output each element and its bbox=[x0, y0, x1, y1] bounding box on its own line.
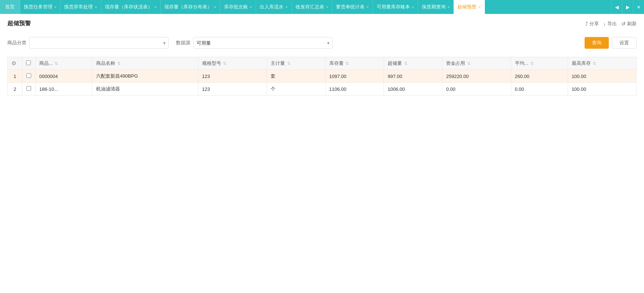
col-unit-label: 主计量 bbox=[271, 60, 285, 66]
cell-capital-2: 0.00 bbox=[442, 83, 511, 96]
settings-button[interactable]: 设置 bbox=[612, 37, 637, 49]
tab-close-11[interactable]: × bbox=[478, 5, 480, 9]
tab-close-5[interactable]: × bbox=[250, 5, 252, 9]
cell-unit-1: 套 bbox=[267, 70, 325, 83]
refresh-icon: ↺ bbox=[621, 21, 626, 27]
tab-close-9[interactable]: × bbox=[412, 5, 414, 9]
col-product-name-header[interactable]: 商品名称 ⇅ bbox=[92, 57, 198, 70]
cell-avg-1: 260.00 bbox=[511, 70, 568, 83]
tab-close-8[interactable]: × bbox=[366, 5, 369, 9]
nav-home-label: 首页 bbox=[5, 4, 15, 10]
cell-overstock-2: 1006.00 bbox=[384, 83, 442, 96]
col-avg-header[interactable]: 平均... ⇅ bbox=[511, 57, 568, 70]
col-capital-label: 资金占用 bbox=[446, 60, 465, 66]
table-header: ⚙ 商品... ⇅ 商品名称 ⇅ 规格型号 ⇅ 主计量 bbox=[8, 57, 637, 70]
nav-tab-7[interactable]: 收发存汇总表 × bbox=[292, 0, 332, 14]
cell-avg-2: 0.00 bbox=[511, 83, 568, 96]
data-source-select-wrapper: 可用量 bbox=[193, 37, 333, 49]
nav-tab-11[interactable]: 超储预警 × bbox=[454, 0, 484, 14]
checkbox-row-2[interactable] bbox=[26, 86, 31, 91]
tab-close-6[interactable]: × bbox=[285, 5, 288, 9]
export-icon: ↓ bbox=[603, 21, 606, 27]
tab-close-2[interactable]: × bbox=[95, 5, 97, 9]
header-row: ⚙ 商品... ⇅ 商品名称 ⇅ 规格型号 ⇅ 主计量 bbox=[8, 57, 637, 70]
share-label: 分享 bbox=[589, 21, 599, 27]
tab-close-10[interactable]: × bbox=[447, 5, 450, 9]
query-button[interactable]: 查询 bbox=[585, 37, 609, 49]
sort-icon-max-stock: ⇅ bbox=[593, 61, 596, 66]
sort-icon-product-code: ⇅ bbox=[55, 61, 58, 66]
export-button[interactable]: ↓ 导出 bbox=[603, 21, 617, 27]
data-table: ⚙ 商品... ⇅ 商品名称 ⇅ 规格型号 ⇅ 主计量 bbox=[7, 57, 637, 96]
filter-row: 商品分类 数据源 可用量 查询 设置 bbox=[7, 33, 637, 52]
col-stock-header[interactable]: 库存量 ⇅ bbox=[325, 57, 384, 70]
share-button[interactable]: ⤴ 分享 bbox=[585, 21, 599, 27]
tab-label-9: 可用量库存账本 bbox=[377, 4, 410, 10]
sort-icon-product-name: ⇅ bbox=[117, 61, 121, 66]
col-product-code-header[interactable]: 商品... ⇅ bbox=[36, 57, 92, 70]
table-body: 1 0000004 六配套新昌490BPG 123 套 1097.00 997.… bbox=[8, 70, 637, 96]
checkbox-row-1[interactable] bbox=[26, 73, 31, 78]
tab-close-4[interactable]: × bbox=[214, 5, 216, 9]
col-max-stock-header[interactable]: 最高库存 ⇅ bbox=[568, 57, 636, 70]
nav-tab-3[interactable]: 现存量（库存状况表） × bbox=[101, 0, 161, 14]
export-label: 导出 bbox=[607, 21, 617, 27]
tab-label-3: 现存量（库存状况表） bbox=[105, 4, 153, 10]
col-checkbox-header bbox=[22, 57, 36, 70]
col-overstock-header[interactable]: 超储量 ⇅ bbox=[384, 57, 442, 70]
sort-icon-capital: ⇅ bbox=[467, 61, 471, 66]
col-spec-header[interactable]: 规格型号 ⇅ bbox=[198, 57, 267, 70]
cell-capital-1: 259220.00 bbox=[442, 70, 511, 83]
cell-product-code-1: 0000004 bbox=[36, 70, 92, 83]
col-gear-header: ⚙ bbox=[8, 57, 22, 70]
nav-tab-10[interactable]: 保质期查询 × bbox=[418, 0, 454, 14]
cell-product-name-2: 机油滤清器 bbox=[92, 83, 198, 96]
data-source-filter: 数据源 可用量 bbox=[176, 37, 333, 49]
row-index-1: 1 bbox=[8, 70, 22, 83]
nav-tab-5[interactable]: 库存批次账 × bbox=[220, 0, 256, 14]
page-title: 超储预警 bbox=[7, 20, 31, 27]
nav-tab-9[interactable]: 可用量库存账本 × bbox=[373, 0, 418, 14]
nav-tab-8[interactable]: 要货单统计表 × bbox=[332, 0, 373, 14]
nav-home[interactable]: 首页 bbox=[0, 0, 20, 14]
select-all-checkbox[interactable] bbox=[26, 60, 31, 65]
cell-spec-2: 123 bbox=[198, 83, 267, 96]
tab-label-5: 库存批次账 bbox=[224, 4, 248, 10]
table-row: 1 0000004 六配套新昌490BPG 123 套 1097.00 997.… bbox=[8, 70, 637, 83]
tab-label-1: 拣货任务管理 bbox=[24, 4, 52, 10]
col-stock-label: 库存量 bbox=[329, 60, 344, 66]
cell-spec-1: 123 bbox=[198, 70, 267, 83]
tab-label-7: 收发存汇总表 bbox=[296, 4, 324, 10]
row-checkbox-2 bbox=[22, 83, 36, 96]
top-nav: 首页 拣货任务管理 × 拣货异常处理 × 现存量（库存状况表） × 现存量（库存… bbox=[0, 0, 644, 14]
product-category-label: 商品分类 bbox=[7, 40, 26, 46]
nav-arrows: ◀ ▶ ✕ bbox=[611, 0, 644, 14]
col-capital-header[interactable]: 资金占用 ⇅ bbox=[442, 57, 511, 70]
col-product-name-label: 商品名称 bbox=[96, 60, 115, 66]
col-unit-header[interactable]: 主计量 ⇅ bbox=[267, 57, 325, 70]
data-source-select[interactable]: 可用量 bbox=[193, 37, 333, 49]
nav-arrow-right[interactable]: ▶ bbox=[622, 0, 633, 14]
nav-arrow-left[interactable]: ◀ bbox=[611, 0, 622, 14]
nav-tab-4[interactable]: 现存量（库存分布表） × bbox=[161, 0, 220, 14]
filter-buttons: 查询 设置 bbox=[585, 37, 637, 49]
sort-icon-stock: ⇅ bbox=[345, 61, 349, 66]
tab-close-1[interactable]: × bbox=[54, 5, 56, 9]
tab-label-10: 保质期查询 bbox=[422, 4, 446, 10]
nav-arrow-close[interactable]: ✕ bbox=[633, 0, 644, 14]
refresh-button[interactable]: ↺ 刷新 bbox=[621, 21, 637, 27]
tab-close-7[interactable]: × bbox=[326, 5, 328, 9]
sort-icon-overstock: ⇅ bbox=[404, 61, 407, 66]
tab-label-8: 要货单统计表 bbox=[336, 4, 365, 10]
nav-tab-6[interactable]: 出入库流水 × bbox=[256, 0, 292, 14]
product-category-select[interactable] bbox=[29, 37, 169, 49]
table-row: 2 186-10... 机油滤清器 123 个 1106.00 1006.00 … bbox=[8, 83, 637, 96]
nav-tab-1[interactable]: 拣货任务管理 × bbox=[20, 0, 61, 14]
cell-stock-2: 1106.00 bbox=[325, 83, 384, 96]
row-checkbox-1 bbox=[22, 70, 36, 83]
gear-icon[interactable]: ⚙ bbox=[11, 60, 16, 66]
nav-tab-2[interactable]: 拣货异常处理 × bbox=[61, 0, 101, 14]
tab-close-3[interactable]: × bbox=[154, 5, 157, 9]
row-index-2: 2 bbox=[8, 83, 22, 96]
page-actions: ⤴ 分享 ↓ 导出 ↺ 刷新 bbox=[585, 21, 637, 27]
